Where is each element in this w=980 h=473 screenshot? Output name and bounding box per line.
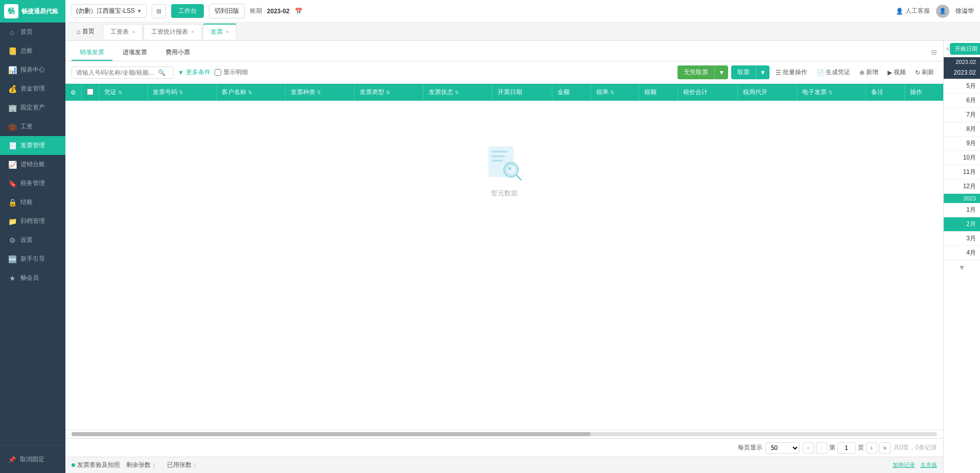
tab-home[interactable]: ⌂ 首页 [69,24,102,39]
tab-close-icon[interactable]: × [132,29,135,35]
sidebar-item-guide[interactable]: 🆕 新手引导 [0,250,65,268]
sort-icon[interactable]: ⇅ [317,89,321,95]
date-month-2[interactable]: 2月 [944,217,980,232]
sidebar-item-archive[interactable]: 📁 归档管理 [0,212,65,231]
date-month-11[interactable]: 11月 [944,165,980,179]
switch-version-button[interactable]: 切到旧版 [209,4,245,18]
filter-btn[interactable]: ▼ 更多条件 [178,68,211,77]
user-name[interactable]: 徐溢华 [955,7,974,15]
date-panel-close-icon[interactable]: × [946,45,950,53]
sidebar-item-cashflow[interactable]: 💰 资金管理 [0,79,65,98]
date-month-4[interactable]: 4月 [944,246,980,260]
subtab-label: 进项发票 [123,49,147,56]
page-input[interactable] [837,442,856,454]
date-year-2023: 2023 [944,194,980,203]
tab-invoice[interactable]: 发票 × [203,24,237,39]
period-value: 2023-02 [267,8,290,15]
sidebar-item-ledger[interactable]: 📒 总账 [0,41,65,60]
sidebar-item-label: 报表中心 [20,65,45,74]
refresh-icon: ↻ [915,69,920,76]
tab-salary-stat[interactable]: 工资统计报表 × [144,24,202,39]
page-size-select[interactable]: 50 100 200 [765,442,800,454]
tab-close-icon[interactable]: × [226,29,229,35]
scrollbar[interactable] [72,432,937,436]
sidebar-item-member[interactable]: ★ 畅会员 [0,268,65,287]
sidebar-item-home[interactable]: ⌂ 首页 [0,22,65,41]
date-month-7[interactable]: 7月 [944,108,980,122]
period-label: 账期 [250,7,262,15]
sidebar-item-assets[interactable]: 🏢 固定资产 [0,98,65,117]
date-month-8[interactable]: 8月 [944,122,980,137]
col-checkbox[interactable] [82,84,99,101]
search-icon[interactable]: 🔍 [158,69,166,76]
sort-icon[interactable]: ⇅ [610,89,614,95]
scroll-down-icon[interactable]: ▼ [959,263,966,272]
sidebar-item-label: 新手引导 [20,255,45,263]
customer-service-btn[interactable]: 👤 人工客服 [896,7,930,15]
first-page-btn[interactable]: « [803,442,814,454]
workbench-button[interactable]: 工作台 [171,4,204,18]
sort-icon[interactable]: ⇅ [828,89,832,95]
tab-salary[interactable]: 工资表 × [103,24,143,39]
chevron-down-icon: ▼ [137,8,142,14]
tab-label: 发票 [211,28,223,36]
sidebar-item-tax[interactable]: 🔖 税务管理 [0,174,65,193]
sort-icon[interactable]: ⇅ [179,89,183,95]
show-detail-label[interactable]: 显示明细 [215,68,248,77]
sidebar-pin-btn[interactable]: 📌 取消固定 [8,451,57,468]
recharge-link[interactable]: 去充值 [920,461,937,469]
search-input[interactable] [76,69,158,76]
company-selector[interactable]: (勿删）江西服宝-LSS ▼ [72,4,147,18]
sidebar-item-closing[interactable]: 🔒 结账 [0,193,65,212]
date-month-10[interactable]: 10月 [944,151,980,165]
copy-icon-btn[interactable]: ⊞ [152,4,166,18]
sort-icon[interactable]: ⇅ [118,89,122,95]
grid-view-icon[interactable]: ⊞ [931,48,937,56]
date-month-9[interactable]: 9月 [944,137,980,151]
new-btn[interactable]: ⊕ 新增 [856,66,881,79]
date-month-12[interactable]: 12月 [944,179,980,194]
new-label: 新增 [866,68,878,77]
video-btn[interactable]: ▶ 视频 [884,66,909,79]
date-month-5[interactable]: 5月 [944,79,980,94]
tab-close-icon[interactable]: × [191,29,194,35]
topbar-right: 👤 人工客服 👤 徐溢华 [896,5,974,18]
no-voucher-dropdown-icon[interactable]: ▼ [714,66,728,79]
prev-page-btn[interactable]: ‹ [816,442,827,454]
gen-voucher-btn[interactable]: 📄 生成凭证 [813,66,853,79]
svg-rect-3 [492,160,503,162]
sort-icon[interactable]: ⇅ [455,89,459,95]
sort-icon[interactable]: ⇅ [248,89,252,95]
no-voucher-btn[interactable]: 无凭取票 ▼ [678,65,728,79]
subtab-purchase[interactable]: 进项发票 [114,45,155,61]
take-ticket-btn[interactable]: 取票 ▼ [731,65,769,79]
take-dropdown-icon[interactable]: ▼ [756,66,769,79]
subtab-sales[interactable]: 销项发票 [72,45,112,61]
date-month-6[interactable]: 6月 [944,94,980,108]
batch-op-btn[interactable]: ☰ 批量操作 [773,66,810,79]
show-detail-checkbox[interactable] [215,69,221,76]
select-all-checkbox[interactable] [87,88,94,95]
last-page-btn[interactable]: » [879,442,891,454]
sidebar-item-invoice[interactable]: 🧾 发票管理 [0,136,65,155]
calendar-icon[interactable]: 📅 [295,8,302,15]
copy-icon: ⊞ [156,8,161,15]
invoice-icon: 🧾 [8,142,16,150]
date-month-entry[interactable]: 2023.02 [944,66,980,79]
add-record-link[interactable]: 加商记录 [893,461,915,469]
svg-rect-2 [492,155,505,157]
sidebar-item-settings[interactable]: ⚙ 设置 [0,231,65,250]
open-date-btn[interactable]: 开账日期 [950,43,980,55]
sidebar-item-sales[interactable]: 📈 进销台账 [0,155,65,174]
sort-icon[interactable]: ⇅ [386,89,390,95]
report-icon: 📊 [8,66,16,74]
sidebar-item-reports[interactable]: 📊 报表中心 [0,60,65,79]
col-settings[interactable]: ⚙ [65,84,82,101]
refresh-btn[interactable]: ↻ 刷新 [912,66,937,79]
subtab-expense[interactable]: 费用小票 [157,45,198,61]
date-month-1[interactable]: 1月 [944,203,980,217]
date-month-3[interactable]: 3月 [944,232,980,246]
settings-icon: ⚙ [71,89,76,96]
sidebar-item-salary[interactable]: 💼 工资 [0,117,65,136]
next-page-btn[interactable]: › [866,442,877,454]
